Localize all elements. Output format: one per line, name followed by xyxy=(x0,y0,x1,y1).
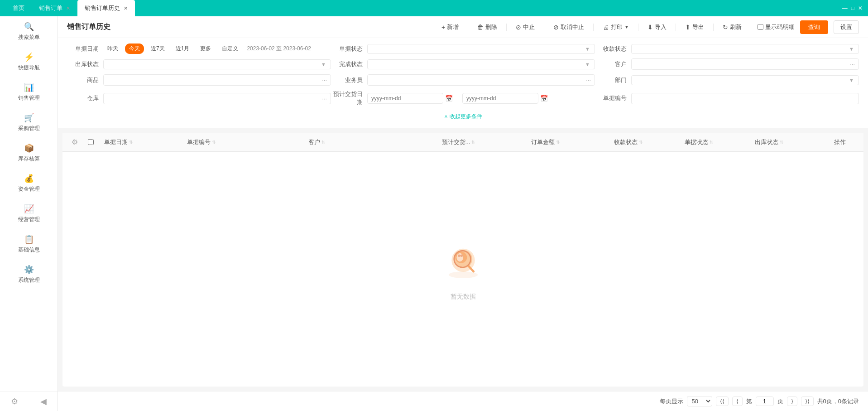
pay-status-select[interactable]: ▼ xyxy=(631,44,859,54)
page-title: 销售订单历史 xyxy=(67,22,110,32)
th-client[interactable]: 客户 ⇅ xyxy=(305,138,438,146)
display-cols-checkbox[interactable] xyxy=(758,24,763,30)
settings-bottom-icon[interactable]: ⚙ xyxy=(11,396,18,406)
collapse-row[interactable]: ∧ 收起更多条件 xyxy=(67,111,859,122)
maximize-icon[interactable]: □ xyxy=(851,5,854,11)
bill-status-label: 单据状态 xyxy=(331,45,367,53)
th-bill-label: 单据状态 xyxy=(685,138,708,146)
filter-row-1: 单据日期 昨天 今天 近7天 近1月 更多 自定义 2023-06-02 至 2… xyxy=(67,44,859,54)
sidebar-item-operations[interactable]: 📈 经营管理 xyxy=(0,198,58,229)
sidebar-item-search[interactable]: 🔍 搜索菜单 xyxy=(0,16,58,47)
sidebar-item-finance[interactable]: 💰 资金管理 xyxy=(0,168,58,198)
th-settings[interactable]: ⚙ xyxy=(68,138,84,146)
cancel-stop-button[interactable]: ⊘ 取消中止 xyxy=(551,21,587,33)
date-btn-7days[interactable]: 近7天 xyxy=(147,44,169,54)
th-checkbox[interactable] xyxy=(84,139,101,145)
select-all-checkbox[interactable] xyxy=(88,139,94,145)
cal-to-icon[interactable]: 📅 xyxy=(540,95,548,102)
client-ellipsis[interactable]: ··· xyxy=(850,61,855,68)
delete-icon: 🗑 xyxy=(477,24,484,31)
display-cols-label: 显示码明细 xyxy=(765,23,795,31)
th-pay[interactable]: 收款状态 ⇅ xyxy=(610,138,681,146)
tab-home[interactable]: 首页 xyxy=(5,0,32,16)
product-input[interactable]: ··· xyxy=(103,74,331,86)
th-ship-sort: ⇅ xyxy=(780,140,783,145)
date-btn-1month[interactable]: 近1月 xyxy=(172,44,194,54)
th-num[interactable]: 单据编号 ⇅ xyxy=(183,138,304,146)
next-page-button[interactable]: ⟩ xyxy=(787,396,797,406)
page-size-select[interactable]: 20 50 100 xyxy=(687,396,712,406)
tab-sales-order[interactable]: 销售订单 ✕ xyxy=(32,0,77,16)
client-input[interactable]: ··· xyxy=(631,58,859,70)
sales-ellipsis[interactable]: ··· xyxy=(586,77,591,83)
last-page-button[interactable]: ⟩⟩ xyxy=(801,396,814,406)
delivery-date-to[interactable] xyxy=(462,93,538,104)
ship-status-label: 出库状态 xyxy=(67,60,103,68)
sidebar-item-basic[interactable]: 📋 基础信息 xyxy=(0,229,58,259)
print-button[interactable]: 🖨 打印 ▼ xyxy=(600,21,632,33)
export-button[interactable]: ⬆ 导出 xyxy=(682,21,707,33)
setting-button[interactable]: 设置 xyxy=(834,20,859,34)
close-window-icon[interactable]: ✕ xyxy=(858,5,863,11)
sidebar-item-inventory[interactable]: 📦 库存核算 xyxy=(0,138,58,168)
sidebar-item-search-label: 搜索菜单 xyxy=(18,34,40,41)
date-btn-more[interactable]: 更多 xyxy=(196,44,215,54)
warehouse-ellipsis[interactable]: ··· xyxy=(322,95,327,102)
date-btn-today[interactable]: 今天 xyxy=(125,44,144,54)
th-ship[interactable]: 出库状态 ⇅ xyxy=(751,138,822,146)
sidebar-item-purchase[interactable]: 🛒 采购管理 xyxy=(0,107,58,138)
delete-label: 删除 xyxy=(485,23,497,31)
collapse-sidebar-icon[interactable]: ◀ xyxy=(40,396,47,406)
delete-button[interactable]: 🗑 删除 xyxy=(475,21,500,33)
refresh-button[interactable]: ↻ 刷新 xyxy=(720,21,744,33)
minimize-icon[interactable]: — xyxy=(842,5,848,11)
bill-status-select[interactable]: ▼ xyxy=(367,44,595,54)
import-button[interactable]: ⬇ 导入 xyxy=(645,21,669,33)
th-bill[interactable]: 单据状态 ⇅ xyxy=(681,138,752,146)
new-button[interactable]: + 新增 xyxy=(439,21,461,33)
bill-num-field[interactable] xyxy=(635,95,855,102)
sidebar-item-quicknav[interactable]: ⚡ 快捷导航 xyxy=(0,47,58,77)
import-icon: ⬇ xyxy=(647,24,653,31)
sep4 xyxy=(593,24,594,31)
stop-button[interactable]: ⊘ 中止 xyxy=(513,21,537,33)
th-date-sort: ⇅ xyxy=(129,140,133,145)
date-range-display: 2023-06-02 至 2023-06-02 xyxy=(247,45,311,53)
delivery-date-from[interactable] xyxy=(367,93,443,104)
date-btn-yesterday[interactable]: 昨天 xyxy=(103,44,122,54)
collapse-icon: ∧ xyxy=(444,113,448,120)
product-ellipsis[interactable]: ··· xyxy=(322,77,327,83)
th-amount[interactable]: 订单金额 ⇅ xyxy=(528,138,610,146)
sidebar-item-purchase-label: 采购管理 xyxy=(18,125,40,132)
svg-point-7 xyxy=(458,255,460,257)
sidebar-item-system[interactable]: ⚙️ 系统管理 xyxy=(0,259,58,290)
th-delivery[interactable]: 预计交货... ⇅ xyxy=(438,138,528,146)
date-btn-custom[interactable]: 自定义 xyxy=(218,44,242,54)
sidebar-item-sales[interactable]: 📊 销售管理 xyxy=(0,77,58,107)
cal-from-icon[interactable]: 📅 xyxy=(445,95,453,102)
dept-select[interactable]: ▼ xyxy=(631,75,859,85)
tab-sales-history-label: 销售订单历史 xyxy=(85,4,120,12)
first-page-button[interactable]: ⟨⟨ xyxy=(716,396,729,406)
tab-sales-order-close[interactable]: ✕ xyxy=(66,5,70,11)
inventory-icon: 📦 xyxy=(24,143,34,153)
th-bill-sort: ⇅ xyxy=(710,140,713,145)
query-button[interactable]: 查询 xyxy=(800,20,828,34)
bill-num-input[interactable] xyxy=(631,93,859,104)
page-input[interactable] xyxy=(756,396,774,406)
prev-page-button[interactable]: ⟨ xyxy=(732,396,743,406)
complete-status-select[interactable]: ▼ xyxy=(367,59,595,69)
print-label: 打印 xyxy=(611,23,623,31)
th-date[interactable]: 单据日期 ⇅ xyxy=(101,138,183,146)
complete-status-label: 完成状态 xyxy=(331,60,367,68)
ship-status-select[interactable]: ▼ xyxy=(103,59,331,69)
tab-sales-history-close[interactable]: ✕ xyxy=(124,5,128,11)
display-cols-check[interactable]: 显示码明细 xyxy=(758,23,795,31)
page-text: 第 xyxy=(746,397,752,406)
sidebar-item-operations-label: 经营管理 xyxy=(18,216,40,223)
tab-sales-history[interactable]: 销售订单历史 ✕ xyxy=(77,0,135,16)
warehouse-input[interactable]: ··· xyxy=(103,93,331,104)
client-label: 客户 xyxy=(595,60,631,68)
sales-input[interactable]: ··· xyxy=(367,74,595,86)
empty-state: 暂无数据 xyxy=(62,152,863,387)
